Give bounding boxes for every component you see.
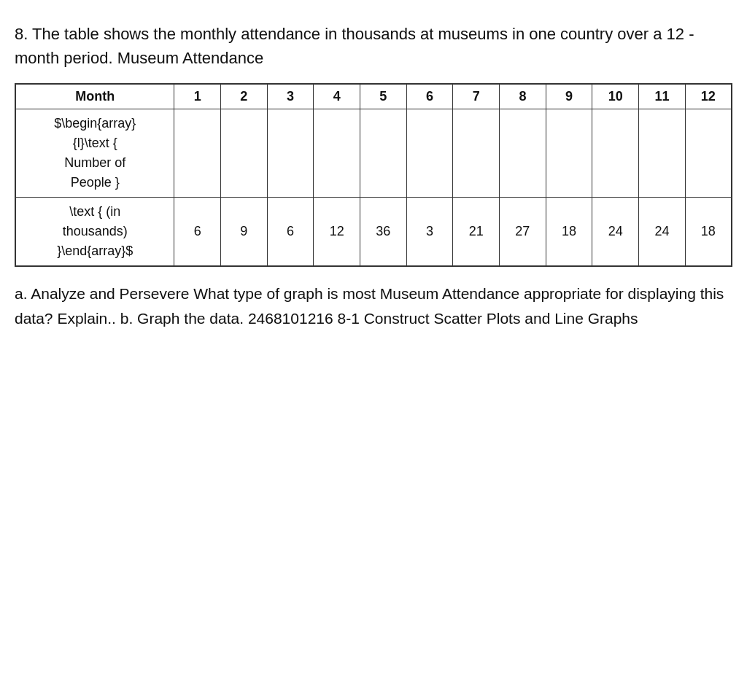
row1-val-1 xyxy=(174,109,221,198)
month-5-header: 5 xyxy=(360,84,407,109)
month-7-header: 7 xyxy=(453,84,500,109)
table-header-row: Month 1 2 3 4 5 6 7 8 9 10 11 12 xyxy=(15,84,732,109)
val-11: 24 xyxy=(639,198,686,267)
month-2-header: 2 xyxy=(221,84,268,109)
month-10-header: 10 xyxy=(592,84,639,109)
row1-val-4 xyxy=(314,109,360,198)
val-3: 6 xyxy=(267,198,314,267)
month-header: Month xyxy=(15,84,174,109)
month-4-header: 4 xyxy=(314,84,360,109)
month-12-header: 12 xyxy=(685,84,732,109)
val-5: 36 xyxy=(360,198,407,267)
val-1: 6 xyxy=(174,198,221,267)
row2-label: \text { (inthousands)}\end{array}$ xyxy=(15,198,174,267)
row1-val-8 xyxy=(500,109,546,198)
row1-val-6 xyxy=(406,109,453,198)
problem-intro: 8. The table shows the monthly attendanc… xyxy=(15,22,732,70)
row-label-top: $\begin{array}{l}\text {Number ofPeople … xyxy=(15,109,732,198)
month-6-header: 6 xyxy=(406,84,453,109)
row1-val-3 xyxy=(267,109,314,198)
row1-val-5 xyxy=(360,109,407,198)
val-9: 18 xyxy=(546,198,592,267)
answer-text: a. Analyze and Persevere What type of gr… xyxy=(15,281,732,330)
problem-container: 8. The table shows the monthly attendanc… xyxy=(15,22,732,330)
month-11-header: 11 xyxy=(639,84,686,109)
row1-val-2 xyxy=(221,109,268,198)
val-8: 27 xyxy=(500,198,546,267)
row1-val-7 xyxy=(453,109,500,198)
val-2: 9 xyxy=(221,198,268,267)
month-1-header: 1 xyxy=(174,84,221,109)
val-12: 18 xyxy=(685,198,732,267)
row1-val-9 xyxy=(546,109,592,198)
month-3-header: 3 xyxy=(267,84,314,109)
month-8-header: 8 xyxy=(500,84,546,109)
row-data: \text { (inthousands)}\end{array}$ 6 9 6… xyxy=(15,198,732,267)
row1-label: $\begin{array}{l}\text {Number ofPeople … xyxy=(15,109,174,198)
row1-val-10 xyxy=(592,109,639,198)
val-4: 12 xyxy=(314,198,360,267)
val-6: 3 xyxy=(406,198,453,267)
row1-val-12 xyxy=(685,109,732,198)
val-10: 24 xyxy=(592,198,639,267)
month-9-header: 9 xyxy=(546,84,592,109)
museum-attendance-table: Month 1 2 3 4 5 6 7 8 9 10 11 12 $\begin… xyxy=(15,83,732,267)
val-7: 21 xyxy=(453,198,500,267)
row1-val-11 xyxy=(639,109,686,198)
